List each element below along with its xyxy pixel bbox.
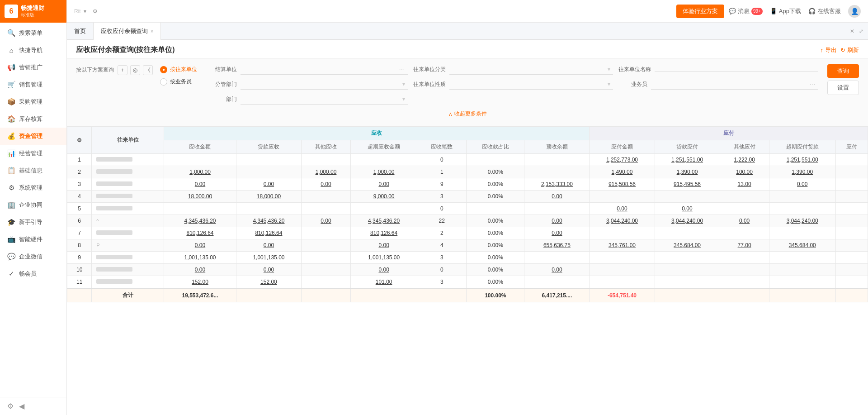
row-cell[interactable]: 3,044,240.00 [769, 215, 835, 227]
row-cell[interactable]: 0.00 [301, 178, 350, 191]
row-cell[interactable]: 1,222.00 [720, 154, 769, 166]
row-cell[interactable]: 9,000.00 [351, 191, 417, 203]
industry-btn[interactable]: 体验行业方案 [676, 5, 724, 18]
row-cell[interactable]: 0.00 [524, 227, 590, 239]
row-cell[interactable]: 1,000.00 [301, 166, 350, 178]
row-cell[interactable]: 1,390.00 [655, 166, 720, 178]
row-cell[interactable]: 1,251,551.00 [655, 154, 720, 166]
row-cell[interactable]: 18,000.00 [236, 191, 301, 203]
filter-settings-btn[interactable]: ◎ [130, 65, 140, 75]
row-cell[interactable]: 915,508.56 [590, 178, 655, 191]
row-cell[interactable]: 345,684.00 [769, 239, 835, 252]
row-cell[interactable]: 0.00 [164, 239, 236, 252]
sidebar-item-guide[interactable]: 🎓新手引导 [0, 214, 66, 231]
row-cell[interactable]: 2,153,333.00 [524, 178, 590, 191]
row-cell[interactable]: 1,490.00 [590, 166, 655, 178]
row-cell[interactable]: 3,044,240.00 [655, 215, 720, 227]
export-btn[interactable]: ↑ 导出 [821, 46, 837, 54]
close-window-icon[interactable]: ✕ [850, 28, 854, 34]
footer-recv-amt[interactable]: 19,553,472,6... [164, 288, 236, 302]
refresh-btn[interactable]: ↻ 刷新 [840, 46, 859, 54]
sidebar-item-quick-nav[interactable]: ⌂快捷导航 [0, 42, 66, 59]
row-cell[interactable]: 810,126.64 [164, 227, 236, 239]
row-cell[interactable]: 1,251,551.00 [769, 154, 835, 166]
expand-icon[interactable]: ⤢ [859, 28, 863, 34]
row-cell[interactable]: 655,636.75 [524, 239, 590, 252]
sidebar-item-marketing[interactable]: 📢营销推广 [0, 59, 66, 76]
breadcrumb-dropdown-icon[interactable]: ▾ [84, 8, 86, 14]
row-cell[interactable]: 101.00 [351, 276, 417, 289]
row-cell[interactable]: 0.00 [720, 215, 769, 227]
row-cell[interactable]: 0.00 [301, 215, 350, 227]
row-cell[interactable]: 345,684.00 [655, 239, 720, 252]
sidebar-item-search-menu[interactable]: 🔍搜索菜单 [0, 24, 66, 42]
row-cell[interactable]: 0.00 [655, 203, 720, 215]
topbar-settings-icon[interactable]: ⚙ [93, 8, 98, 14]
row-cell[interactable]: 0.00 [590, 203, 655, 215]
row-cell[interactable]: 18,000.00 [164, 191, 236, 203]
row-cell[interactable]: 0.00 [236, 239, 301, 252]
row-cell[interactable]: 0.00 [524, 191, 590, 203]
sidebar-item-corp[interactable]: 🏢企业协同 [0, 196, 66, 214]
sidebar-item-operation[interactable]: 📊经营管理 [0, 145, 66, 162]
row-cell[interactable]: 0.00 [769, 178, 835, 191]
row-cell[interactable]: 810,126.64 [236, 227, 301, 239]
row-cell[interactable]: 1,000.00 [351, 166, 417, 178]
row-cell[interactable]: 915,495.56 [655, 178, 720, 191]
tab-home[interactable]: 首页 [67, 23, 94, 40]
row-cell[interactable]: 0.00 [351, 178, 417, 191]
row-cell[interactable]: 1,001,135.00 [164, 252, 236, 264]
row-cell[interactable]: 810,126.64 [351, 227, 417, 239]
row-cell[interactable]: 0.00 [164, 264, 236, 276]
message-btn[interactable]: 💬 消息 99+ [729, 7, 763, 15]
sidebar-item-system[interactable]: ⚙系统管理 [0, 179, 66, 196]
row-cell[interactable]: 152.00 [236, 276, 301, 289]
dept-mgr-input[interactable]: ▾ [241, 79, 408, 90]
nature-input[interactable]: ▾ [449, 79, 613, 90]
sidebar-item-inventory[interactable]: 🏠库存核算 [0, 110, 66, 128]
row-cell[interactable]: 1,001,135.00 [236, 252, 301, 264]
tab-close-icon[interactable]: × [151, 29, 153, 34]
row-cell[interactable]: 0.00 [236, 178, 301, 191]
row-cell[interactable]: 4,345,436.20 [351, 215, 417, 227]
sidebar-item-finance[interactable]: 💰资金管理 [0, 128, 66, 145]
footer-recv-advance[interactable]: 6,417,215.... [524, 288, 590, 302]
user-avatar[interactable]: 👤 [848, 5, 861, 18]
app-download-btn[interactable]: 📱 App下载 [770, 7, 801, 15]
row-cell[interactable]: 77.00 [720, 239, 769, 252]
online-service-btn[interactable]: 🎧 在线客服 [808, 7, 841, 15]
row-cell[interactable]: 0.00 [236, 264, 301, 276]
row-cell[interactable]: 0.00 [351, 264, 417, 276]
settlement-input[interactable]: ··· [241, 64, 408, 75]
row-cell[interactable]: 100.00 [720, 166, 769, 178]
row-cell[interactable]: 0.00 [524, 264, 590, 276]
sidebar-item-hardware[interactable]: 📺智能硬件 [0, 231, 66, 248]
filter-by-employee[interactable]: 按业务员 [156, 76, 201, 87]
footer-pay-amt[interactable]: -654,751.40 [590, 288, 655, 302]
sidebar-item-sales[interactable]: 🛒销售管理 [0, 76, 66, 93]
table-settings-icon[interactable]: ⚙ [77, 137, 82, 143]
query-button[interactable]: 查询 [827, 64, 859, 78]
settings-icon[interactable]: ⚙ [7, 402, 14, 410]
row-cell[interactable]: 1,252,773.00 [590, 154, 655, 166]
settings-button[interactable]: 设置 [827, 81, 859, 95]
filter-collapse[interactable]: ∧ 收起更多条件 [76, 107, 859, 120]
sidebar-item-basic[interactable]: 📋基础信息 [0, 162, 66, 179]
row-cell[interactable]: 345,761.00 [590, 239, 655, 252]
dept-input[interactable]: ▾ [241, 94, 408, 105]
row-cell[interactable]: 0.00 [351, 239, 417, 252]
sidebar-item-wechat[interactable]: 💬企业微信 [0, 248, 66, 265]
row-cell[interactable]: 13.00 [720, 178, 769, 191]
collapse-sidebar-icon[interactable]: ◀ [19, 402, 24, 410]
row-cell[interactable]: 3,044,240.00 [590, 215, 655, 227]
filter-collapse-btn[interactable]: 《 [143, 65, 153, 75]
col-settings-header[interactable]: ⚙ [67, 127, 92, 154]
sidebar-item-member[interactable]: ✓畅会员 [0, 265, 66, 282]
salesperson-input[interactable]: ··· [651, 79, 818, 90]
partner-name-input[interactable] [655, 67, 818, 72]
row-cell[interactable]: 0.00 [164, 178, 236, 191]
category-input[interactable]: ▾ [449, 64, 613, 75]
row-cell[interactable]: 0.00 [524, 215, 590, 227]
row-cell[interactable]: 4,345,436.20 [164, 215, 236, 227]
row-cell[interactable]: 4,345,436.20 [236, 215, 301, 227]
